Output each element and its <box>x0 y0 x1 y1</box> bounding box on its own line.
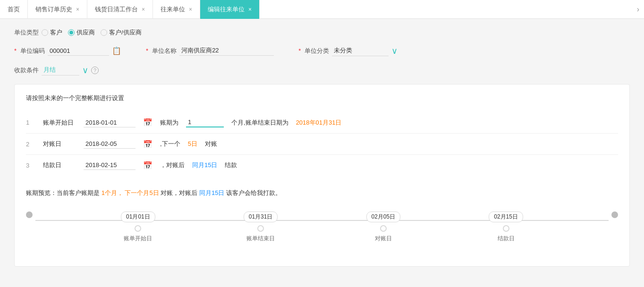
timeline-sublabel-1: 账单开始日 <box>124 235 152 243</box>
timeline-sublabel-4: 结款日 <box>498 235 515 243</box>
unit-type-row: 单位类型 客户 供应商 客户/供应商 <box>14 28 630 37</box>
tab-daily-clearing[interactable]: 钱货日清工作台 × <box>87 0 153 19</box>
timeline-tag-2: 01月31日 <box>244 211 278 222</box>
period-row-2-label: 对账日 <box>43 140 76 148</box>
radio-supplier[interactable]: 供应商 <box>68 28 95 37</box>
period-row-1: 1 账单开始日 📅 账期为 个月,账单结束日期为 2018年01月31日 <box>26 112 618 134</box>
unit-code-input[interactable] <box>48 46 109 56</box>
tab-edit-partner[interactable]: 编辑往来单位 × <box>200 0 260 19</box>
timeline-point-2: 01月31日 账单结束日 <box>244 211 278 243</box>
unit-category-dropdown-icon[interactable]: ∨ <box>391 46 398 56</box>
payment-date-input[interactable] <box>84 160 136 170</box>
preview-label: 账期预览：当前客户账期是 <box>26 189 100 196</box>
tab-daily-clearing-label: 钱货日清工作台 <box>95 5 138 14</box>
preview-part5: 该客户会给我打款。 <box>226 189 281 196</box>
timeline-dot-end <box>611 211 618 218</box>
timeline-tag-4: 02月15日 <box>489 211 523 222</box>
tab-sales-history[interactable]: 销售订单历史 × <box>28 0 87 19</box>
period-month-label: 个月,账单结束日期为 <box>231 118 288 127</box>
preview-part4: 同月15日 <box>199 189 224 196</box>
reconcile-highlight: 5日 <box>188 140 197 148</box>
unit-code-icon[interactable]: 📋 <box>112 46 121 55</box>
period-table: 1 账单开始日 📅 账期为 个月,账单结束日期为 2018年01月31日 2 对… <box>26 112 618 176</box>
preview-part1: 1个月， <box>102 189 123 196</box>
reconcile-date-input[interactable] <box>84 139 136 149</box>
payment-prefix: ，对账后 <box>160 161 185 169</box>
box-title: 请按照未来的一个完整帐期进行设置 <box>26 94 618 102</box>
radio-customer-label: 客户 <box>50 28 62 37</box>
tab-partners-close[interactable]: × <box>189 6 192 13</box>
timeline-tag-3: 02月05日 <box>366 211 401 222</box>
start-date-input[interactable] <box>84 118 136 127</box>
period-row-3: 3 结款日 📅 ，对账后 同月15日 结款 <box>26 155 618 176</box>
payment-condition-value: 月结 <box>43 66 77 74</box>
timeline-point-end-dot <box>611 211 618 243</box>
payment-condition-select[interactable]: 月结 <box>42 65 79 76</box>
tab-sales-history-close[interactable]: × <box>76 6 79 13</box>
reconcile-suffix: 对账 <box>205 140 217 148</box>
period-setting-box: 请按照未来的一个完整帐期进行设置 1 账单开始日 📅 账期为 个月,账单结束日期… <box>14 84 630 267</box>
help-icon[interactable]: ? <box>91 67 99 74</box>
payment-condition-dropdown-icon[interactable]: ∨ <box>82 65 88 76</box>
period-num-input[interactable] <box>186 118 224 127</box>
tab-daily-clearing-close[interactable]: × <box>142 6 145 13</box>
tab-arrow[interactable]: › <box>632 5 644 14</box>
payment-condition-field: 收款条件 月结 ∨ ? <box>14 65 99 76</box>
timeline-point-1: 01月01日 账单开始日 <box>121 211 155 243</box>
unit-type-field: 单位类型 客户 供应商 客户/供应商 <box>14 28 142 37</box>
tab-bar: 首页 销售订单历史 × 钱货日清工作台 × 往来单位 × 编辑往来单位 × › <box>0 0 644 19</box>
period-row-3-num: 3 <box>26 162 35 169</box>
timeline-dot-1 <box>135 225 141 232</box>
unit-type-label: 单位类型 <box>14 28 39 37</box>
timeline-dot-start <box>26 211 33 218</box>
unit-code-label: 单位编码 <box>20 47 45 55</box>
period-row-2-num: 2 <box>26 141 35 148</box>
timeline-dot-2 <box>257 225 264 232</box>
reconcile-prefix: ,下一个 <box>160 140 180 148</box>
unit-code-field: * 单位编码 📋 <box>14 46 121 56</box>
period-suffix-label: 账期为 <box>160 118 178 127</box>
radio-customer-supplier-circle <box>101 29 107 36</box>
radio-supplier-circle <box>68 29 75 36</box>
radio-customer-supplier[interactable]: 客户/供应商 <box>101 28 142 37</box>
unit-name-field: * 单位名称 <box>146 46 274 56</box>
payment-suffix: 结款 <box>225 161 237 169</box>
period-row-1-label: 账单开始日 <box>43 118 76 127</box>
radio-customer-circle <box>42 29 48 36</box>
tab-sales-history-label: 销售订单历史 <box>35 5 72 14</box>
tab-home-label: 首页 <box>8 5 20 14</box>
category-required: * <box>298 47 301 54</box>
payment-condition-label: 收款条件 <box>14 66 39 75</box>
timeline-points: 01月01日 账单开始日 01月31日 账单结束日 02月05日 对账日 02月… <box>26 211 618 243</box>
tab-partners[interactable]: 往来单位 × <box>153 0 200 19</box>
unit-category-select[interactable]: 未分类 <box>332 45 389 56</box>
timeline-point-3: 02月05日 对账日 <box>366 211 401 243</box>
unit-name-input[interactable] <box>179 46 274 56</box>
timeline-sublabel-3: 对账日 <box>375 235 392 243</box>
unit-name-label: 单位名称 <box>152 47 177 55</box>
period-row-1-num: 1 <box>26 119 35 126</box>
radio-customer[interactable]: 客户 <box>42 28 62 37</box>
reconcile-date-calendar-icon[interactable]: 📅 <box>143 140 153 149</box>
unit-category-field: * 单位分类 未分类 ∨ <box>298 45 398 56</box>
timeline-sublabel-2: 账单结束日 <box>246 235 275 243</box>
tab-home[interactable]: 首页 <box>0 0 28 19</box>
payment-date-calendar-icon[interactable]: 📅 <box>143 161 153 170</box>
timeline-point-start-dot <box>26 211 33 243</box>
radio-customer-supplier-label: 客户/供应商 <box>109 28 142 37</box>
main-content: 单位类型 客户 供应商 客户/供应商 * 单位编码 <box>0 19 644 276</box>
tab-edit-partner-close[interactable]: × <box>248 6 252 13</box>
timeline-point-4: 02月15日 结款日 <box>489 211 523 243</box>
start-date-calendar-icon[interactable]: 📅 <box>143 118 153 127</box>
tab-edit-partner-label: 编辑往来单位 <box>208 5 245 14</box>
period-end-date: 2018年01月31日 <box>296 118 342 127</box>
unit-info-row: * 单位编码 📋 * 单位名称 * 单位分类 未分类 ∨ <box>14 45 630 56</box>
period-row-2: 2 对账日 📅 ,下一个 5日 对账 <box>26 134 618 155</box>
timeline-tag-1: 01月01日 <box>121 211 155 222</box>
unit-category-value: 未分类 <box>334 46 352 55</box>
period-row-3-label: 结款日 <box>43 161 76 169</box>
preview-part2: 下一个月5日 <box>125 189 159 196</box>
payment-condition-row: 收款条件 月结 ∨ ? <box>14 65 630 76</box>
unit-type-radio-group: 客户 供应商 客户/供应商 <box>42 28 142 37</box>
radio-supplier-label: 供应商 <box>76 28 95 37</box>
